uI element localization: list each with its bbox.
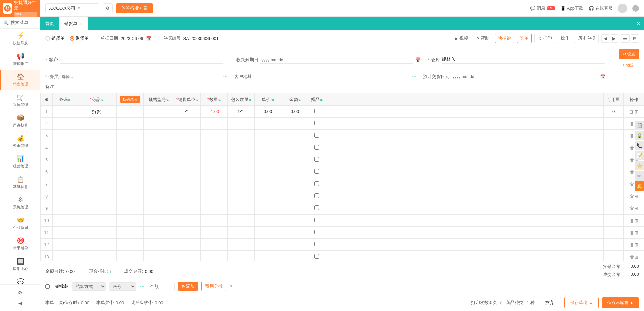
- rfloat-alert-btn[interactable]: 🔔: [635, 181, 644, 191]
- row-1-pkg-qty[interactable]: 1个: [228, 106, 255, 118]
- try-industry-button[interactable]: 体验行业方案: [116, 3, 153, 13]
- sidebar-item-purchase[interactable]: 🛒 采购管理: [0, 90, 40, 111]
- next-record-btn[interactable]: ▶: [610, 34, 618, 43]
- rfloat-phone-btn[interactable]: 📞: [635, 141, 644, 150]
- shortcut-btn[interactable]: 快捷键: [495, 34, 514, 43]
- grid-view-btn[interactable]: ⊞: [631, 34, 639, 43]
- close-all-tabs-button[interactable]: ✕: [636, 21, 641, 27]
- sidebar-item-guide[interactable]: 🎯 新手引导: [0, 234, 40, 254]
- tab-close-icon[interactable]: ✕: [79, 21, 83, 26]
- sidebar-item-collab[interactable]: 🤝 企业协同: [0, 213, 40, 234]
- user-avatar[interactable]: [618, 4, 627, 13]
- sidebar-item-finance[interactable]: 💰 资金管理: [0, 131, 40, 152]
- delivery-date-input[interactable]: [451, 73, 598, 80]
- deal-value: 0.00: [145, 269, 153, 274]
- row-1-delete-btn[interactable]: 🗑: [629, 109, 634, 114]
- prev-record-btn[interactable]: ◀: [601, 34, 609, 43]
- sidebar-item-basic[interactable]: 📋 基础信息: [0, 172, 40, 193]
- row-1-gift-checkbox[interactable]: [314, 109, 319, 113]
- pay-method-select[interactable]: 结算方式: [72, 282, 106, 291]
- sidebar-item-business[interactable]: 📊 经营管理: [0, 152, 40, 172]
- scan-input-btn[interactable]: 扫码录入: [120, 96, 140, 103]
- add-icon: ⊕: [181, 284, 185, 289]
- save-new-button[interactable]: 保存&新增 ▲: [602, 297, 639, 308]
- message-button[interactable]: 💬 消息 99+: [530, 5, 555, 11]
- salesperson-select-icon[interactable]: ···: [223, 74, 227, 80]
- row-1-unit[interactable]: 个: [174, 106, 201, 118]
- sidebar-item-marketing[interactable]: 📢 营销推广: [0, 49, 40, 70]
- rfloat-edit-btn[interactable]: 📝: [635, 151, 644, 160]
- help-btn[interactable]: ? 帮助: [474, 34, 492, 43]
- rfloat-lock-btn[interactable]: 🔒: [635, 131, 644, 140]
- video-btn[interactable]: ▶ 视频: [452, 34, 471, 43]
- one-click-pay-check[interactable]: 一键收款: [45, 283, 69, 289]
- row-1-gift[interactable]: [308, 106, 325, 118]
- customer-select-icon[interactable]: ···: [225, 57, 230, 63]
- draft-arrow-icon: ▲: [589, 300, 593, 305]
- amount-input[interactable]: [148, 283, 175, 290]
- row-1-copy-btn[interactable]: ⊞: [635, 109, 639, 114]
- account-dots-icon[interactable]: ···: [140, 283, 144, 289]
- warehouse-input[interactable]: 建材仓: [442, 56, 605, 64]
- sidebar-settings[interactable]: ⚙: [0, 287, 40, 298]
- calendar-icon[interactable]: 📅: [146, 36, 151, 41]
- warehouse-select-icon[interactable]: ···: [607, 57, 612, 63]
- col-settings[interactable]: ⚙: [41, 93, 53, 106]
- user-avatar-2[interactable]: [632, 5, 639, 12]
- select-btn[interactable]: 选单: [517, 34, 532, 43]
- one-click-pay-checkbox[interactable]: [45, 284, 50, 289]
- print-btn[interactable]: 🖨 打印: [534, 34, 555, 43]
- future-recv-label: 此后应收①: [131, 300, 153, 306]
- radio-sales[interactable]: 销货单: [45, 35, 65, 41]
- rfloat-pencil-btn[interactable]: ✏: [635, 171, 644, 181]
- save-draft-button[interactable]: 保存草稿 ▲: [564, 297, 599, 308]
- sidebar-item-system[interactable]: ⚙ 系统管理: [0, 193, 40, 213]
- tab-home[interactable]: 首页: [40, 17, 59, 30]
- add-payment-button[interactable]: ⊕ 添加: [178, 282, 198, 291]
- headset-icon: 🎧: [589, 6, 594, 11]
- discard-button[interactable]: 放弃: [538, 297, 561, 308]
- search-menu[interactable]: 🔍 搜索菜单: [0, 17, 40, 29]
- settings-button[interactable]: ⚙: [103, 3, 113, 13]
- row-1-barcode[interactable]: [53, 106, 76, 118]
- rfloat-star-btn[interactable]: ⭐: [635, 161, 644, 170]
- sidebar-collapse[interactable]: ◀: [0, 298, 40, 308]
- sidebar-item-apps[interactable]: 🔲 应用中心: [0, 254, 40, 275]
- tab-sales-order[interactable]: 销货单 ✕: [59, 17, 88, 30]
- receive-date-calendar-icon[interactable]: 📅: [415, 57, 421, 63]
- sidebar-item-inventory[interactable]: 📦 库存核算: [0, 111, 40, 131]
- sidebar-item-sales[interactable]: 🏠 销售管理: [0, 70, 40, 90]
- discount-info-icon[interactable]: ℹ: [110, 269, 112, 274]
- delivery-date-calendar-icon[interactable]: 📅: [600, 74, 605, 79]
- guide-icon: 🎯: [17, 237, 24, 244]
- settings-side-btn[interactable]: ⚙ 设置: [619, 49, 639, 59]
- row-1-amount[interactable]: 0.00: [281, 106, 308, 118]
- salesperson-input[interactable]: [61, 73, 220, 80]
- row-1-qty[interactable]: -1.00: [201, 106, 228, 118]
- radio-return[interactable]: 退货单: [70, 35, 89, 41]
- expense-split-button[interactable]: 费用分摊: [201, 282, 226, 291]
- operation-btn[interactable]: 操作: [558, 34, 572, 43]
- customer-addr-input[interactable]: [254, 73, 409, 80]
- row-1-product[interactable]: 拆货: [76, 106, 117, 118]
- rfloat-notes-btn[interactable]: 📋: [635, 121, 644, 130]
- row-1-spec[interactable]: [144, 106, 174, 118]
- list-view-btn[interactable]: ☰: [621, 34, 630, 43]
- logistics-side-btn[interactable]: + 物流: [619, 61, 639, 70]
- sidebar-item-wechat[interactable]: 💬 企业微信: [0, 275, 40, 284]
- col-scan[interactable]: 扫码录入: [117, 93, 144, 106]
- company-selector[interactable]: XXXXXX公司 ▼: [45, 3, 99, 13]
- app-download-button[interactable]: 📱 App下载: [560, 5, 583, 11]
- account-select[interactable]: 账号: [109, 282, 136, 291]
- shortcuts-icon: ⚡: [17, 32, 24, 39]
- customer-input[interactable]: [60, 56, 223, 64]
- addr-select-icon[interactable]: ···: [412, 74, 416, 80]
- print-icon: 🖨: [537, 36, 542, 41]
- history-btn[interactable]: 历史单据: [575, 34, 599, 43]
- receive-date-input[interactable]: [260, 56, 413, 64]
- sidebar-item-shortcuts[interactable]: ⚡ 快捷导航: [0, 29, 40, 49]
- note-input[interactable]: [56, 83, 258, 90]
- online-service-button[interactable]: 🎧 在线客服: [589, 5, 613, 11]
- expense-help-icon[interactable]: ?: [230, 284, 232, 289]
- row-1-price[interactable]: 0.00: [255, 106, 281, 118]
